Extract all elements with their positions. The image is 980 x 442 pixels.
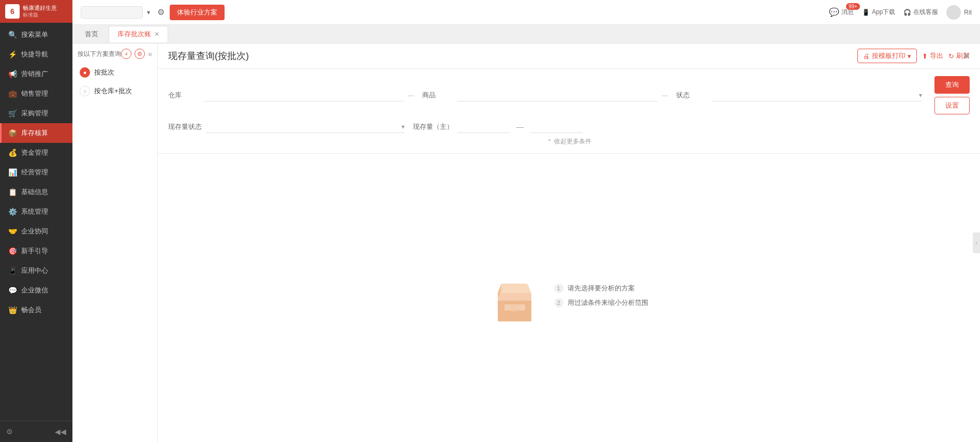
empty-step-2-label: 用过滤条件来缩小分析范围 xyxy=(568,298,648,307)
sidebar-nav: 🔍 搜索菜单 ⚡ 快捷导航 📢 营销推广 💼 销售管理 🛒 采购管理 📦 库存核… xyxy=(0,23,72,421)
tab-home-label: 首页 xyxy=(85,30,98,39)
topbar-service-btn[interactable]: 🎧 在线客服 xyxy=(903,8,938,17)
ops-icon: 📊 xyxy=(8,168,17,177)
sidebar-item-member[interactable]: 👑 畅会员 xyxy=(0,300,72,320)
experience-btn[interactable]: 体验行业方案 xyxy=(170,5,225,20)
plan-label-warehouse-batch: 按仓库+批次 xyxy=(94,86,132,96)
appcenter-icon: 📱 xyxy=(8,266,17,275)
sidebar-item-base[interactable]: 📋 基础信息 xyxy=(0,182,72,202)
add-plan-btn[interactable]: + xyxy=(121,49,131,59)
status-filter-field: 状态 ▾ xyxy=(676,90,922,101)
sidebar-item-system[interactable]: ⚙️ 系统管理 xyxy=(0,202,72,222)
right-panel-handle[interactable]: ‹ xyxy=(973,232,980,253)
empty-step-2: 2 用过滤条件来缩小分析范围 xyxy=(554,298,648,307)
inventory-status-label: 现存量状态 xyxy=(168,122,202,131)
sidebar-item-label: 资金管理 xyxy=(21,148,48,157)
sidebar-item-label: 畅会员 xyxy=(21,305,41,315)
sidebar-item-finance[interactable]: 💰 资金管理 xyxy=(0,143,72,163)
topbar-app-download-btn[interactable]: 📱 App下载 xyxy=(862,8,895,17)
printer-icon: 🖨 xyxy=(863,52,870,60)
topbar-search-input[interactable] xyxy=(81,6,143,19)
filter-row-1: 仓库 ··· 商品 ··· 状态 ▾ xyxy=(168,76,970,114)
tab-close-btn[interactable]: ✕ xyxy=(154,31,159,38)
print-btn[interactable]: 🖨 按模板打印 ▾ xyxy=(857,49,917,63)
print-dropdown-arrow[interactable]: ▾ xyxy=(908,52,911,60)
sidebar-item-ops[interactable]: 📊 经营管理 xyxy=(0,163,72,182)
query-btn[interactable]: 查询 xyxy=(934,76,970,94)
sidebar-item-label: 搜索菜单 xyxy=(21,30,48,39)
settings-plan-btn[interactable]: ⚙ xyxy=(135,49,145,59)
system-icon: ⚙️ xyxy=(8,207,17,216)
content-area: 按以下方案查询 + ⚙ « ● 按批次 ○ 按仓库+批次 现存量查询(按批次) xyxy=(72,43,980,442)
page-close-btn[interactable]: ✕ xyxy=(963,51,970,61)
topbar-gear-icon[interactable]: ⚙ xyxy=(154,6,168,18)
inventory-qty-min-input[interactable] xyxy=(457,121,509,133)
filter-area: 仓库 ··· 商品 ··· 状态 ▾ xyxy=(158,69,980,154)
tab-home[interactable]: 首页 xyxy=(77,26,107,42)
status-dropdown[interactable]: ▾ xyxy=(711,90,922,101)
header-actions: 🖨 按模板打印 ▾ ⬆ 导出 ↻ 刷新 xyxy=(857,49,970,63)
collapse-filter-btn[interactable]: ⌃ 收起更多条件 xyxy=(168,137,970,146)
sidebar-collapse-btn[interactable]: ◀◀ xyxy=(53,425,68,438)
sidebar-item-search[interactable]: 🔍 搜索菜单 xyxy=(0,25,72,45)
sidebar-item-purchase[interactable]: 🛒 采购管理 xyxy=(0,104,72,123)
sidebar-item-label: 库存核算 xyxy=(21,128,48,138)
tab-inventory-batch[interactable]: 库存批次账 ✕ xyxy=(109,26,168,42)
inventory-status-field: 现存量状态 ▾ xyxy=(168,121,405,133)
filter-btn-col: 查询 设置 xyxy=(934,76,970,114)
sidebar-item-label: 新手引导 xyxy=(21,246,48,256)
inventory-icon: 📦 xyxy=(8,128,17,138)
sidebar-item-collab[interactable]: 🤝 企业协同 xyxy=(0,222,72,241)
topbar-dropdown-btn[interactable]: ▾ xyxy=(145,8,152,17)
sidebar-item-wxwork[interactable]: 💬 企业微信 xyxy=(0,281,72,300)
inventory-qty-field: 现存量（主） — xyxy=(413,121,649,133)
plan-item-batch[interactable]: ● 按批次 xyxy=(72,63,157,82)
empty-step-1-label: 请先选择要分析的方案 xyxy=(568,284,635,293)
sidebar-item-marketing[interactable]: 📢 营销推广 xyxy=(0,64,72,84)
empty-state: 1 请先选择要分析的方案 2 用过滤条件来缩小分析范围 xyxy=(158,154,980,442)
tab-inventory-batch-label: 库存批次账 xyxy=(117,30,151,39)
sidebar-item-inventory[interactable]: 📦 库存核算 xyxy=(0,123,72,143)
left-panel: 按以下方案查询 + ⚙ « ● 按批次 ○ 按仓库+批次 xyxy=(72,43,158,442)
inventory-qty-max-input[interactable] xyxy=(531,121,583,133)
inventory-status-arrow: ▾ xyxy=(402,123,405,130)
sidebar-item-newguide[interactable]: 🎯 新手引导 xyxy=(0,241,72,261)
right-main: 现存量查询(按批次) 🖨 按模板打印 ▾ ⬆ 导出 ↻ 刷新 xyxy=(158,43,980,442)
warehouse-input[interactable] xyxy=(203,89,404,101)
empty-text: 1 请先选择要分析的方案 2 用过滤条件来缩小分析范围 xyxy=(554,284,648,313)
page-header: 现存量查询(按批次) 🖨 按模板打印 ▾ ⬆ 导出 ↻ 刷新 xyxy=(158,43,980,69)
app-logo: 6 xyxy=(5,4,20,19)
base-icon: 📋 xyxy=(8,187,17,197)
topbar-user-btn[interactable]: Rit xyxy=(946,5,972,20)
topbar-right: 💬 消息 99+ 📱 App下载 🎧 在线客服 Rit xyxy=(829,5,972,20)
main-content: ▾ ⚙ 体验行业方案 💬 消息 99+ 📱 App下载 🎧 在线客服 Rit xyxy=(72,0,980,442)
sidebar-item-label: 企业协同 xyxy=(21,227,48,236)
sidebar-item-sales[interactable]: 💼 销售管理 xyxy=(0,84,72,104)
export-btn[interactable]: ⬆ 导出 xyxy=(922,51,943,61)
search-icon: 🔍 xyxy=(8,30,17,39)
sidebar-item-appcenter[interactable]: 📱 应用中心 xyxy=(0,261,72,281)
filter-settings-btn[interactable]: 设置 xyxy=(934,97,970,114)
sidebar-settings-btn[interactable]: ⚙ xyxy=(4,425,15,438)
topbar-message-btn[interactable]: 💬 消息 99+ xyxy=(829,7,854,17)
edition-label: 标准版 xyxy=(23,11,57,19)
goods-label: 商品 xyxy=(422,91,453,100)
left-panel-actions: + ⚙ « xyxy=(121,49,152,59)
collapse-filter-label: 收起更多条件 xyxy=(554,137,591,146)
plan-icon-warehouse-batch: ○ xyxy=(80,86,90,96)
goods-more-btn[interactable]: ··· xyxy=(662,91,668,99)
inventory-status-dropdown[interactable]: ▾ xyxy=(206,121,405,133)
member-icon: 👑 xyxy=(8,305,17,315)
goods-input[interactable] xyxy=(457,89,658,101)
plan-label-batch: 按批次 xyxy=(94,68,114,77)
collapse-panel-btn[interactable]: « xyxy=(148,50,152,58)
plan-item-warehouse-batch[interactable]: ○ 按仓库+批次 xyxy=(72,82,157,100)
collapse-arrow-icon: ⌃ xyxy=(547,138,552,145)
svg-point-5 xyxy=(510,304,518,313)
message-badge: 99+ xyxy=(846,3,860,10)
sidebar-item-quicknav[interactable]: ⚡ 快捷导航 xyxy=(0,45,72,64)
qty-separator: — xyxy=(516,123,524,131)
collab-icon: 🤝 xyxy=(8,227,17,236)
warehouse-more-btn[interactable]: ··· xyxy=(408,91,414,99)
empty-step-1: 1 请先选择要分析的方案 xyxy=(554,284,648,293)
